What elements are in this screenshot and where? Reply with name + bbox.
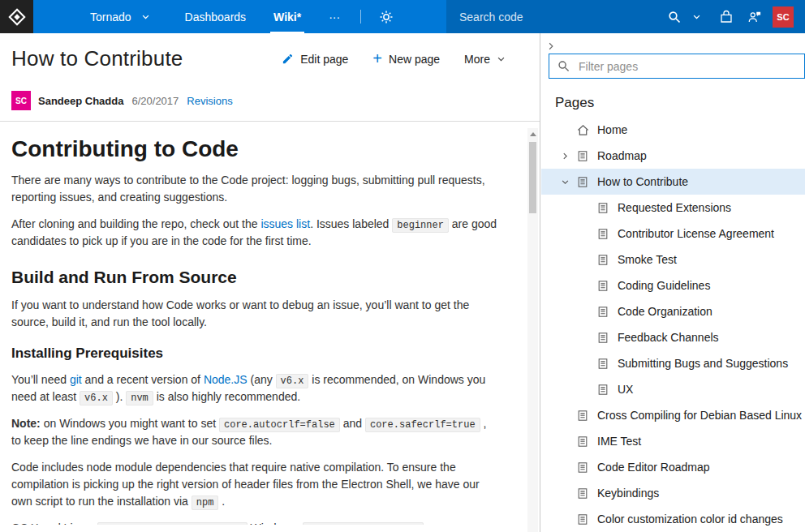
text-run: (any: [248, 373, 276, 386]
tree-item-label: How to Contribute: [597, 175, 688, 188]
more-label: More: [464, 53, 490, 66]
tree-item[interactable]: Submitting Bugs and Suggestions: [541, 350, 805, 376]
article-paragraph: OS X and Linux: ./scripts/npm.sh install…: [11, 520, 497, 525]
tree-item-label: Submitting Bugs and Suggestions: [618, 357, 788, 370]
author-date: 6/20/2017: [131, 95, 179, 107]
edit-page-button[interactable]: Edit page: [282, 53, 348, 66]
text-run: is also highly recommended.: [153, 390, 300, 403]
page-icon: [597, 228, 610, 240]
inline-code: beginner: [392, 218, 449, 233]
wiki-content-pane: How to Contribute Edit page + New page M…: [0, 33, 540, 532]
gear-icon: [379, 10, 394, 24]
text-run: .: [218, 495, 225, 508]
vsts-logo[interactable]: [0, 0, 33, 33]
page-actions: Edit page + New page More: [282, 52, 528, 66]
search-scope-chevron-icon[interactable]: [692, 12, 701, 21]
inline-code: nvm: [126, 391, 153, 405]
text-run: on Windows you might want to set: [41, 417, 219, 430]
chevron-down-icon[interactable]: [562, 178, 577, 186]
new-page-label: New page: [389, 53, 440, 66]
new-page-button[interactable]: + New page: [372, 52, 440, 66]
inline-code: core.autocrlf=false: [219, 418, 340, 432]
article-paragraph: Note: on Windows you might want to set c…: [11, 415, 497, 449]
article-body: Contributing to CodeThere are many ways …: [0, 122, 540, 525]
tree-item[interactable]: How to Contribute: [541, 169, 805, 195]
page-icon: [577, 150, 590, 162]
vsts-wiki-screen: Tornado Dashboards Wiki* ···: [0, 0, 805, 532]
article-paragraph: If you want to understand how Code works…: [11, 297, 497, 331]
tree-item[interactable]: Contributor License Agreement: [541, 221, 805, 247]
tree-item-label: Home: [597, 123, 627, 136]
tree-item[interactable]: Requested Extensions: [541, 195, 805, 221]
article-paragraph: There are many ways to contribute to the…: [11, 172, 497, 206]
inline-code: core.safecrlf=true: [365, 418, 480, 432]
pages-tree: HomeRoadmapHow to ContributeRequested Ex…: [541, 117, 805, 532]
top-nav-items: Dashboards Wiki* ···: [171, 0, 355, 33]
tree-item[interactable]: Color customization color id changes: [541, 506, 805, 532]
nav-more[interactable]: ···: [315, 0, 354, 33]
page-icon: [577, 461, 590, 474]
nav-dashboards[interactable]: Dashboards: [171, 0, 260, 33]
inline-code: v6.x: [80, 391, 113, 405]
bold-text: Note:: [11, 417, 41, 430]
inline-code: npm: [192, 496, 219, 510]
text-run: You’ll need: [11, 373, 70, 386]
user-avatar[interactable]: SC: [773, 6, 794, 28]
nav-separator: [360, 10, 361, 24]
text-run: If you want to understand how Code works…: [11, 298, 469, 328]
scroll-up-arrow-icon[interactable]: [527, 128, 538, 140]
inline-link[interactable]: Node.JS: [204, 373, 248, 386]
text-run: and: [340, 417, 365, 430]
tree-item[interactable]: Home: [541, 117, 805, 143]
tree-item-label: Color customization color id changes: [597, 513, 783, 526]
search-input[interactable]: [458, 10, 668, 24]
search-icon[interactable]: [668, 11, 681, 24]
revisions-link[interactable]: Revisions: [187, 95, 232, 107]
wiki-pages-sidebar: Pages HomeRoadmapHow to ContributeReques…: [541, 33, 805, 532]
article-heading-2: Build and Run From Source: [11, 268, 497, 287]
tree-item[interactable]: Smoke Test: [541, 247, 805, 272]
author-avatar: SC: [11, 91, 31, 110]
tree-item[interactable]: IME Test: [541, 428, 805, 454]
inline-link[interactable]: issues list: [260, 217, 310, 230]
tree-item[interactable]: Code Editor Roadmap: [541, 454, 805, 480]
marketplace-bag-icon[interactable]: [719, 10, 734, 24]
inline-link[interactable]: git: [70, 373, 82, 386]
tree-item-label: Roadmap: [597, 149, 647, 162]
page-icon: [577, 513, 590, 526]
page-icon: [597, 384, 610, 396]
nav-wiki[interactable]: Wiki*: [260, 0, 315, 33]
inline-code: scripts\npm install: [303, 522, 424, 525]
page-icon: [597, 280, 610, 292]
tree-item[interactable]: Keybindings: [541, 480, 805, 506]
feedback-icon[interactable]: [747, 10, 763, 24]
text-run: . Issues labeled: [310, 217, 392, 230]
project-selector[interactable]: Tornado: [77, 0, 163, 33]
tree-item[interactable]: Feedback Channels: [541, 324, 805, 350]
tree-item[interactable]: UX: [541, 376, 805, 402]
article-paragraph: You’ll need git and a recent version of …: [11, 371, 497, 405]
tree-item-label: Smoke Test: [618, 253, 677, 266]
page-icon: [577, 410, 590, 422]
filter-pages-input[interactable]: [577, 59, 796, 74]
tree-item-label: Requested Extensions: [618, 201, 731, 214]
chevron-right-icon[interactable]: [562, 152, 577, 160]
tree-item-label: Feedback Channels: [618, 331, 719, 344]
settings-gear-button[interactable]: [368, 0, 405, 33]
author-name: Sandeep Chadda: [38, 95, 123, 107]
page-icon: [597, 202, 610, 214]
page-header: How to Contribute Edit page + New page M…: [0, 33, 540, 110]
tree-item-label: Keybindings: [597, 487, 659, 500]
chevron-down-icon: [497, 54, 506, 63]
tree-item[interactable]: Roadmap: [541, 143, 805, 169]
content-scrollbar[interactable]: [527, 128, 538, 532]
tree-item[interactable]: Cross Compiling for Debian Based Linux: [541, 402, 805, 428]
more-menu-button[interactable]: More: [464, 53, 506, 66]
home-icon: [577, 124, 590, 136]
page-icon: [577, 435, 590, 448]
plus-icon: +: [372, 50, 382, 66]
tree-item[interactable]: Coding Guidelines: [541, 272, 805, 298]
tree-item[interactable]: Code Organization: [541, 298, 805, 324]
scrollbar-thumb[interactable]: [529, 142, 536, 213]
tree-item-label: Code Editor Roadmap: [597, 461, 710, 474]
